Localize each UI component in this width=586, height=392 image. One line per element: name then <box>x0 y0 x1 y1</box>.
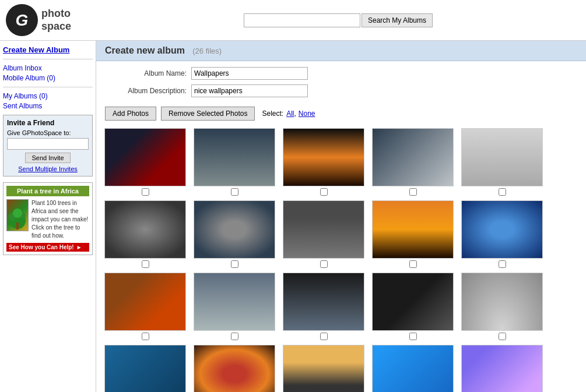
sidebar-divider-2 <box>3 87 93 87</box>
photo-thumbnail-11[interactable] <box>104 273 186 331</box>
album-header-title: Create new album <box>105 45 185 56</box>
search-input[interactable] <box>244 13 360 27</box>
photo-checkbox-10[interactable] <box>499 260 506 268</box>
logo-photo-text: photo <box>41 8 71 20</box>
remove-selected-photos-button[interactable]: Remove Selected Photos <box>161 107 255 121</box>
photo-thumbnail-2[interactable] <box>194 128 275 186</box>
photo-thumbnail-15[interactable] <box>461 273 543 331</box>
logo: G photo space <box>6 4 96 36</box>
photo-checkbox-9[interactable] <box>409 260 417 268</box>
photo-row-3 <box>102 273 580 342</box>
photo-thumbnail-9[interactable] <box>372 200 454 259</box>
photo-cell-1 <box>102 128 188 197</box>
photo-checkbox-13[interactable] <box>320 333 328 340</box>
photo-checkbox-5[interactable] <box>499 188 506 196</box>
photo-thumbnail-4[interactable] <box>372 128 454 186</box>
photo-checkbox-3[interactable] <box>320 188 328 196</box>
photo-cell-7 <box>191 200 278 270</box>
add-photos-button[interactable]: Add Photos <box>105 107 156 121</box>
invite-label: Give GPhotoSpace to: <box>7 129 89 136</box>
photo-thumbnail-17[interactable] <box>194 345 275 392</box>
photo-cell-13 <box>280 273 367 342</box>
sidebar-link-album-inbox[interactable]: Album Inbox <box>3 64 93 72</box>
photo-thumbnail-6[interactable] <box>104 200 186 259</box>
sidebar-link-my-albums[interactable]: My Albums (0) <box>3 92 93 100</box>
send-invite-button[interactable]: Send Invite <box>25 153 70 163</box>
photo-thumbnail-7[interactable] <box>194 200 275 259</box>
photo-cell-11 <box>102 273 188 342</box>
photo-thumbnail-1[interactable] <box>104 128 186 186</box>
photo-cell-5 <box>459 128 545 197</box>
photo-checkbox-4[interactable] <box>409 188 417 196</box>
album-description-label: Album Description: <box>105 87 187 95</box>
photo-thumbnail-19[interactable] <box>372 345 454 392</box>
ad-content: Plant 100 trees in Africa and see the im… <box>6 199 89 240</box>
photo-cell-10 <box>459 200 545 270</box>
invite-title: Invite a Friend <box>7 119 89 127</box>
photo-row-2 <box>102 200 580 270</box>
photo-checkbox-2[interactable] <box>231 188 238 196</box>
logo-space-text: space <box>41 20 71 33</box>
photo-cell-14 <box>370 273 456 342</box>
select-label: Select: <box>262 110 283 118</box>
photo-cell-2 <box>191 128 278 197</box>
album-desc-row: Album Description: <box>105 84 577 97</box>
photo-row-1 <box>102 128 580 197</box>
invite-box: Invite a Friend Give GPhotoSpace to: Sen… <box>3 115 93 176</box>
photo-thumbnail-8[interactable] <box>283 200 364 259</box>
photo-checkbox-8[interactable] <box>320 260 328 268</box>
photo-checkbox-11[interactable] <box>142 333 149 340</box>
photo-thumbnail-12[interactable] <box>194 273 275 331</box>
create-new-album-link[interactable]: Create New Album <box>3 45 93 54</box>
search-button[interactable]: Search My Albums <box>362 13 433 27</box>
main-layout: Create New Album Album Inbox Mobile Albu… <box>0 41 586 392</box>
sidebar-link-sent-albums[interactable]: Sent Albums <box>3 102 93 110</box>
photo-thumbnail-5[interactable] <box>461 128 543 186</box>
select-none-link[interactable]: None <box>299 110 315 118</box>
album-name-row: Album Name: <box>105 67 577 80</box>
photo-thumbnail-16[interactable] <box>104 345 186 392</box>
photo-thumbnail-20[interactable] <box>461 345 543 392</box>
ad-cta-button[interactable]: See How you Can Help! ► <box>6 243 89 252</box>
ad-cta-text: See How you Can Help! <box>9 244 74 250</box>
ad-box: Plant a tree in Africa Plant 100 trees i… <box>3 182 93 255</box>
photo-checkbox-1[interactable] <box>142 188 149 196</box>
photo-thumbnail-3[interactable] <box>283 128 364 186</box>
actions-row: Add Photos Remove Selected Photos Select… <box>105 107 577 121</box>
photo-cell-15 <box>459 273 545 342</box>
photo-cell-19 <box>370 345 456 392</box>
photo-thumbnail-18[interactable] <box>283 345 364 392</box>
photo-checkbox-12[interactable] <box>231 333 238 340</box>
photo-thumbnail-10[interactable] <box>461 200 543 259</box>
svg-point-4 <box>13 209 22 218</box>
photo-cell-18 <box>280 345 367 392</box>
header: G photo space Search My Albums <box>0 0 586 41</box>
album-name-input[interactable] <box>191 67 308 80</box>
photo-checkbox-14[interactable] <box>409 333 417 340</box>
sidebar-link-mobile-album[interactable]: Mobile Album (0) <box>3 74 93 82</box>
photo-checkbox-7[interactable] <box>231 260 238 268</box>
logo-icon: G <box>6 4 38 36</box>
album-form: Album Name: Album Description: <box>96 61 586 102</box>
ad-text: Plant 100 trees in Africa and see the im… <box>31 199 89 240</box>
select-all-link[interactable]: All <box>286 110 294 118</box>
photo-cell-20 <box>459 345 545 392</box>
ad-cta-arrow-icon: ► <box>76 244 82 250</box>
search-bar-container: Search My Albums <box>244 13 433 27</box>
photo-cell-6 <box>102 200 188 270</box>
photo-cell-17 <box>191 345 278 392</box>
invite-input[interactable] <box>7 138 89 150</box>
album-description-input[interactable] <box>191 84 308 97</box>
photo-cell-8 <box>280 200 367 270</box>
photo-cell-12 <box>191 273 278 342</box>
header-search-area: Search My Albums <box>96 13 580 27</box>
photo-cell-16 <box>102 345 188 392</box>
photo-checkbox-6[interactable] <box>142 260 149 268</box>
send-multiple-link[interactable]: Send Multiple Invites <box>7 165 89 172</box>
photo-thumbnail-14[interactable] <box>372 273 454 331</box>
album-header-count: (26 files) <box>192 47 222 55</box>
photo-checkbox-15[interactable] <box>499 333 506 340</box>
photo-thumbnail-13[interactable] <box>283 273 364 331</box>
photo-grid <box>96 125 586 392</box>
ad-image[interactable] <box>6 199 29 231</box>
